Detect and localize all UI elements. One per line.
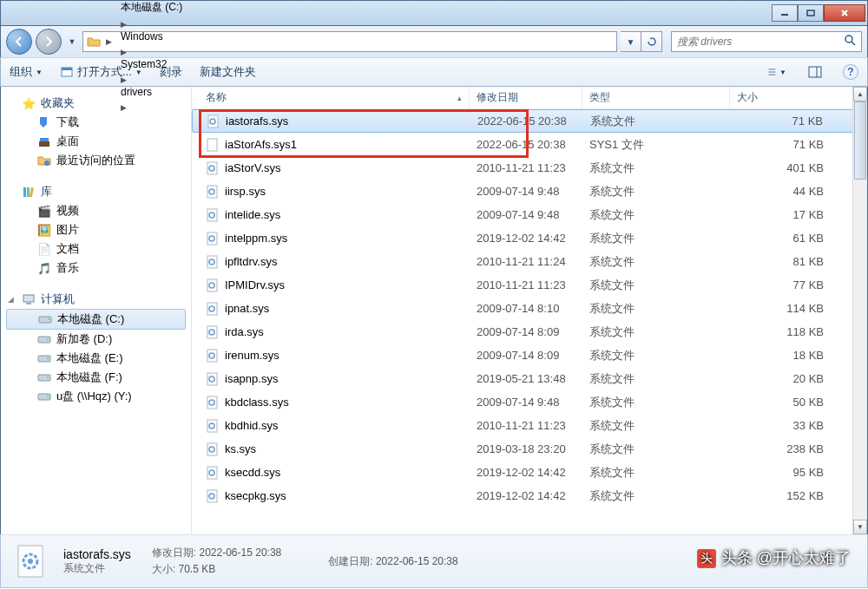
nav-icon: 🖼️ [37,223,51,237]
file-icon [206,161,220,175]
file-row[interactable]: irda.sys2009-07-14 8:09系统文件118 KB [192,320,867,344]
nav-drive-item[interactable]: 本地磁盘 (E:) [1,349,191,368]
file-row[interactable]: ksecpkg.sys2019-12-02 14:42系统文件152 KB [192,484,867,507]
nav-icon [37,134,51,148]
svg-rect-11 [809,67,821,77]
file-row[interactable]: ks.sys2019-03-18 23:20系统文件238 KB [192,437,867,461]
nav-library-item[interactable]: 📄文档 [1,239,191,259]
nav-favorite-item[interactable]: 最近访问的位置 [1,151,191,170]
open-with-menu[interactable]: 打开方式... ▼ [60,64,142,80]
file-row[interactable]: iastorafs.sys2022-06-15 20:38系统文件71 KB [192,109,867,133]
search-input[interactable] [677,36,844,48]
nav-drive-item[interactable]: 本地磁盘 (C:) [6,309,186,330]
file-row[interactable]: IPMIDrv.sys2010-11-21 11:23系统文件77 KB [192,273,867,297]
file-list: iastorafs.sys2022-06-15 20:38系统文件71 KBia… [192,109,867,534]
svg-point-66 [28,559,33,564]
nav-history-dropdown[interactable]: ▼ [65,33,79,50]
file-row[interactable]: iaStorAfs.sys12022-06-15 20:38SYS1 文件71 … [192,133,867,156]
nav-icon [37,154,51,167]
scroll-down-button[interactable]: ▼ [853,520,867,534]
file-type: 系统文件 [582,442,730,457]
computer-group[interactable]: ◢计算机 [1,290,191,309]
burn-button[interactable]: 刻录 [160,64,182,80]
favorites-group[interactable]: ⭐收藏夹 [1,94,191,113]
new-folder-button[interactable]: 新建文件夹 [200,64,256,80]
file-row[interactable]: ipfltdrv.sys2010-11-21 11:24系统文件81 KB [192,250,867,273]
back-button[interactable] [6,29,32,55]
maximize-button[interactable] [798,4,824,22]
file-name: ks.sys [225,442,256,455]
search-icon [844,34,856,49]
file-size: 114 KB [730,302,867,315]
disk-icon [37,370,51,384]
file-date: 2019-12-02 14:42 [470,466,582,479]
file-icon [206,255,220,269]
organize-menu[interactable]: 组织 ▼ [10,64,43,80]
file-date: 2019-12-02 14:42 [470,489,582,502]
file-date: 2022-06-15 20:38 [470,115,583,128]
file-date: 2019-05-21 13:48 [470,372,582,385]
close-button[interactable] [824,4,865,22]
breadcrumb-separator[interactable]: ▶ [102,37,115,46]
file-date: 2019-03-18 23:20 [470,442,582,455]
search-box[interactable] [671,31,862,52]
breadcrumb-item[interactable]: 本地磁盘 (C:) [117,0,186,15]
view-options-button[interactable]: ▼ [766,62,787,82]
file-name: kbdclass.sys [225,396,289,409]
svg-rect-21 [39,317,51,323]
file-row[interactable]: ksecdd.sys2019-12-02 14:42系统文件95 KB [192,461,867,484]
preview-pane-button[interactable] [805,62,825,82]
nav-favorite-item[interactable]: 桌面 [1,132,191,151]
breadcrumb-item[interactable]: Windows [117,30,186,43]
column-type[interactable]: 类型 [582,87,730,108]
nav-drive-item[interactable]: 新加卷 (D:) [1,330,191,349]
file-type: 系统文件 [582,160,730,176]
history-dropdown-button[interactable]: ▼ [621,31,641,52]
nav-library-item[interactable]: 🎬视频 [1,201,191,220]
file-size: 95 KB [730,466,867,479]
minimize-button[interactable] [772,4,798,22]
file-row[interactable]: iirsp.sys2009-07-14 9:48系统文件44 KB [192,180,867,203]
svg-line-5 [852,42,855,45]
file-row[interactable]: ipnat.sys2009-07-14 8:10系统文件114 KB [192,297,867,320]
file-row[interactable]: iaStorV.sys2010-11-21 11:23系统文件401 KB [192,156,867,180]
nav-library-item[interactable]: 🎵音乐 [1,259,191,278]
file-type: 系统文件 [582,465,730,481]
breadcrumb-separator[interactable]: ▶ [117,20,130,29]
file-row[interactable]: isapnp.sys2019-05-21 13:48系统文件20 KB [192,367,867,390]
svg-rect-29 [38,394,50,400]
navigation-pane: ⭐收藏夹 下载桌面最近访问的位置 库 🎬视频🖼️图片📄文档🎵音乐 ◢计算机 本地… [1,87,192,534]
disk-icon [37,389,51,403]
vertical-scrollbar[interactable]: ▲ ▼ [852,87,867,534]
file-size: 18 KB [730,349,867,362]
column-size[interactable]: 大小 [730,87,867,108]
file-type: 系统文件 [582,418,730,434]
refresh-button[interactable] [641,31,662,52]
column-name[interactable]: 名称▴ [192,87,470,108]
nav-library-item[interactable]: 🖼️图片 [1,220,191,239]
nav-icon: 🎬 [37,204,51,218]
help-button[interactable]: ? [843,64,858,80]
file-icon [206,185,220,199]
svg-point-4 [845,36,852,43]
nav-drive-item[interactable]: u盘 (\\Hqz) (Y:) [1,387,191,406]
nav-favorite-item[interactable]: 下载 [1,113,191,132]
expand-icon[interactable]: ◢ [8,295,14,304]
scroll-thumb[interactable] [854,101,866,180]
breadcrumb-separator[interactable]: ▶ [117,48,130,56]
svg-point-24 [47,338,49,340]
file-row[interactable]: kbdclass.sys2009-07-14 9:48系统文件50 KB [192,390,867,414]
libraries-group[interactable]: 库 [1,182,191,201]
address-bar[interactable]: ▶ 计算机▶本地磁盘 (C:)▶Windows▶System32▶drivers… [82,31,617,52]
nav-drive-item[interactable]: 本地磁盘 (F:) [1,368,191,387]
forward-button[interactable] [36,29,62,55]
file-row[interactable]: intelppm.sys2019-12-02 14:42系统文件61 KB [192,226,867,250]
file-row[interactable]: intelide.sys2009-07-14 9:48系统文件17 KB [192,203,867,226]
file-type: 系统文件 [582,324,730,340]
scroll-up-button[interactable]: ▲ [853,87,867,101]
file-date: 2010-11-21 11:23 [470,278,582,291]
file-row[interactable]: kbdhid.sys2010-11-21 11:23系统文件33 KB [192,414,867,437]
column-date[interactable]: 修改日期 [470,87,582,108]
file-row[interactable]: irenum.sys2009-07-14 8:09系统文件18 KB [192,344,867,367]
details-meta-2: 创建日期: 2022-06-15 20:38 [328,554,457,569]
